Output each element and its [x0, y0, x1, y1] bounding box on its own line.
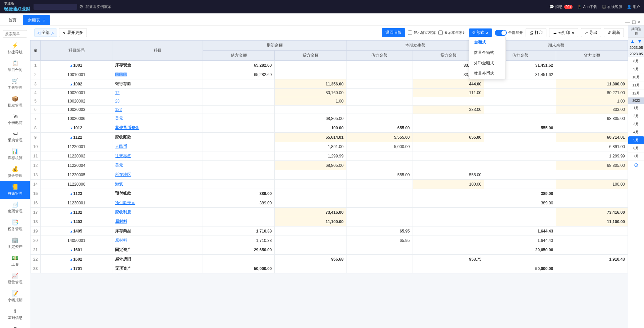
account-name-cell[interactable]: 回回回: [112, 70, 203, 79]
account-name-cell[interactable]: 原材料: [112, 217, 203, 226]
account-code-cell[interactable]: ▴1602: [41, 255, 112, 264]
sidebar-item-purchase[interactable]: 🏷 采购管理: [0, 128, 30, 145]
account-code-cell[interactable]: ▴1001: [41, 61, 112, 70]
year-total-checkbox-input[interactable]: [438, 30, 443, 35]
account-code-cell[interactable]: ▴1123: [41, 189, 112, 198]
account-name-link[interactable]: 美元: [115, 116, 123, 121]
breadcrumb-left-arrow[interactable]: ◁: [37, 30, 40, 35]
sidebar-item-sales-report[interactable]: 📝 小畅报销: [0, 287, 30, 305]
account-name-cell[interactable]: 原材料: [112, 236, 203, 245]
app-download-btn[interactable]: 📱 App下载: [577, 4, 597, 9]
period-month-7[interactable]: 7月: [628, 152, 644, 160]
sidebar-item-inventory[interactable]: 📊 库存核算: [0, 145, 30, 163]
period-year-2023[interactable]: 2023: [628, 97, 644, 104]
period-month-3[interactable]: 3月: [628, 120, 644, 128]
expand-more-btn[interactable]: ∨ 展开更多: [59, 28, 87, 37]
account-name-link[interactable]: 应收利息: [115, 210, 131, 214]
collapse-icon[interactable]: ▴: [70, 64, 72, 67]
sidebar-item-project[interactable]: 📋 项目合同: [0, 57, 30, 75]
period-month-9[interactable]: 9月: [628, 65, 644, 73]
collapse-icon[interactable]: ▴: [70, 220, 72, 224]
period-month-4[interactable]: 4月: [628, 128, 644, 136]
sidebar-item-basic[interactable]: ℹ 基础信息: [0, 305, 30, 323]
account-name-link[interactable]: 23: [115, 99, 119, 104]
collapse-icon[interactable]: ▴: [70, 229, 72, 233]
export-btn[interactable]: ↗ 导出: [581, 28, 601, 37]
breadcrumb-right-arrow[interactable]: ▷: [51, 30, 54, 35]
account-name-cell[interactable]: 预付款美元: [112, 198, 203, 208]
account-code-cell[interactable]: ▴1122: [41, 133, 112, 142]
account-name-link[interactable]: 人民币: [115, 144, 127, 149]
sidebar-item-capital[interactable]: 💰 资金管理: [0, 163, 30, 181]
period-year-end[interactable]: 2023.05: [628, 51, 644, 57]
sidebar-search-input[interactable]: [3, 30, 27, 38]
cloud-print-btn[interactable]: ☁ 云打印 ∨: [549, 28, 578, 37]
format-option-foreign[interactable]: 外币金额式: [469, 58, 505, 68]
account-name-link[interactable]: 美元: [115, 163, 123, 168]
toggle-input[interactable]: [495, 30, 507, 36]
tab-close-icon[interactable]: ×: [43, 18, 45, 22]
account-code-cell[interactable]: ▴1012: [41, 123, 112, 133]
period-month-8[interactable]: 8月: [628, 57, 644, 65]
account-name-link[interactable]: 12: [115, 90, 119, 95]
refresh-btn[interactable]: ↺ 刷新: [604, 28, 624, 37]
account-code-cell[interactable]: ▴1405: [41, 226, 112, 236]
account-name-cell[interactable]: 23: [112, 97, 203, 106]
collapse-icon[interactable]: ▴: [70, 211, 72, 214]
tab-balance[interactable]: 余额表 ×: [23, 15, 50, 25]
account-name-link[interactable]: 预付款美元: [115, 200, 135, 205]
nav-settings[interactable]: ⚙: [79, 4, 84, 9]
collapse-icon[interactable]: ▴: [70, 248, 72, 252]
account-name-cell[interactable]: 122: [112, 106, 203, 114]
period-collapse-btn[interactable]: ⊙: [628, 160, 644, 170]
account-name-link[interactable]: 往来标签: [115, 153, 131, 158]
account-code-cell[interactable]: ▴1601: [41, 245, 112, 255]
window-maximize-btn[interactable]: □: [632, 19, 636, 25]
back-btn[interactable]: 退回旧版: [382, 28, 405, 37]
sidebar-item-tax[interactable]: 📑 税务管理: [0, 216, 30, 234]
account-code-cell[interactable]: ▴1002: [41, 79, 112, 89]
period-month-6[interactable]: 6月: [628, 144, 644, 152]
account-name-link[interactable]: 游戏: [115, 182, 123, 186]
online-service-btn[interactable]: 🎧 在线客服: [602, 4, 622, 9]
window-minimize-btn[interactable]: —: [625, 19, 630, 25]
account-name-link[interactable]: 其他货币资金: [115, 125, 139, 130]
period-month-11[interactable]: 11月: [628, 81, 644, 89]
collapse-icon[interactable]: ▴: [70, 267, 72, 271]
account-name-link[interactable]: 原材料: [115, 238, 127, 243]
sidebar-item-system[interactable]: ⚙ 系统管理: [0, 323, 30, 328]
nav-input[interactable]: [34, 4, 77, 10]
account-name-link[interactable]: 回回回: [115, 72, 127, 77]
collapse-icon[interactable]: ▴: [70, 136, 72, 139]
sidebar-item-payroll[interactable]: 💵 工资: [0, 252, 30, 270]
window-close-btn[interactable]: ×: [638, 19, 641, 25]
sidebar-item-retail[interactable]: 🛒 零售管理: [0, 75, 30, 93]
show-year-total-checkbox[interactable]: 显示本年累计: [438, 30, 466, 35]
period-month-5[interactable]: 5月: [628, 136, 644, 144]
sidebar-item-invoice[interactable]: 🧾 发票管理: [0, 199, 30, 216]
format-option-qty-foreign[interactable]: 数量外币式: [469, 68, 505, 79]
period-month-12[interactable]: 12月: [628, 89, 644, 97]
print-btn[interactable]: 🖨 打印: [526, 28, 546, 37]
account-name-link[interactable]: 122: [115, 107, 122, 112]
tab-home[interactable]: 首页: [3, 15, 21, 25]
period-up-btn[interactable]: ▲: [630, 39, 635, 44]
account-name-cell[interactable]: 其他货币资金: [112, 123, 203, 133]
account-code-cell[interactable]: ▴1132: [41, 208, 112, 217]
period-year-start[interactable]: 2023.05: [628, 45, 644, 51]
format-dropdown-btn[interactable]: 金额式 ∧: [469, 28, 492, 37]
sidebar-item-ledger[interactable]: 📒 总账管理: [0, 181, 30, 199]
account-name-cell[interactable]: 12: [112, 89, 203, 97]
sidebar-item-ecommerce[interactable]: 🛍 小畅电商: [0, 111, 30, 128]
period-down-btn[interactable]: ▼: [637, 39, 642, 44]
collapse-icon[interactable]: ▴: [70, 192, 72, 196]
sidebar-item-operations[interactable]: 📈 经营管理: [0, 270, 30, 287]
sidebar-item-quick-nav[interactable]: ⚡ 快捷导航: [0, 40, 30, 57]
sidebar-item-fixed[interactable]: 🏢 固定资产: [0, 234, 30, 252]
account-code-cell[interactable]: ▴1403: [41, 217, 112, 226]
demo-link[interactable]: 我要看实例演示: [86, 4, 111, 9]
period-month-10[interactable]: 10月: [628, 73, 644, 81]
collapse-icon[interactable]: ▴: [70, 126, 72, 130]
period-month-1[interactable]: 1月: [628, 104, 644, 112]
period-month-2[interactable]: 2月: [628, 112, 644, 120]
